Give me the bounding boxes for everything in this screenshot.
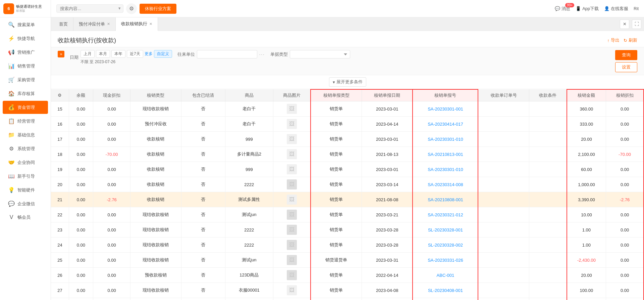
custom-date-btn[interactable]: 自定义	[154, 50, 172, 58]
last-7days-btn[interactable]: 近7天	[127, 50, 143, 58]
td-col-6: 🖼	[273, 177, 311, 192]
td-col-9[interactable]: SA-20230331-026	[413, 253, 478, 268]
sidebar-label: 基础信息	[17, 132, 35, 138]
bill-no-link[interactable]: SA-20210813-001	[428, 152, 463, 157]
industry-btn[interactable]: 休验行业方案	[140, 4, 176, 14]
this-year-btn[interactable]: 本年	[111, 50, 125, 58]
td-col-9[interactable]: SA-20230301-010	[413, 162, 478, 177]
bill-type-select[interactable]	[290, 50, 350, 58]
sidebar-item-新手引导[interactable]: 📖 新手引导	[3, 170, 48, 183]
bill-no-link[interactable]: SL-20230328-002	[428, 243, 463, 248]
logo-icon: 6	[3, 3, 14, 14]
td-col-10	[478, 268, 529, 283]
bill-no-link[interactable]: SA-20230331-026	[428, 258, 463, 263]
td-col-8: 2023-04-14	[362, 117, 413, 132]
sidebar-label: 采购管理	[17, 77, 35, 83]
sidebar-item-销售管理[interactable]: 📊 销售管理	[3, 59, 48, 73]
td-col-11	[529, 253, 567, 268]
message-icon: 💬	[555, 6, 560, 11]
bill-no-link[interactable]: SL-20230408-001	[428, 288, 463, 293]
main-content: ⚙ 休验行业方案 💬 消息 99+ 📱 App下载 👤 在线客服 Rit 首页预…	[51, 0, 644, 300]
this-month-btn[interactable]: 本月	[96, 50, 110, 58]
td-col-9[interactable]: SL-20230418-001	[413, 298, 478, 300]
refresh-btn[interactable]: ↻ 刷新	[624, 37, 637, 43]
sidebar-item-智能硬件[interactable]: 💡 智能硬件	[3, 183, 48, 197]
expand-conditions-btn[interactable]: ▾ 展开更多条件	[329, 77, 366, 87]
bill-no-link[interactable]: SA-20230301-001	[428, 106, 463, 112]
td-col-9[interactable]: SL-20230408-001	[413, 283, 478, 298]
bill-no-link[interactable]: ABC-001	[437, 273, 454, 278]
td-col-9[interactable]: SA-20230321-012	[413, 207, 478, 222]
tab-close-btn[interactable]: ✕	[107, 22, 110, 26]
online-service-btn[interactable]: 👤 在线客服	[604, 6, 628, 12]
td-col-9[interactable]: SA-20230314-008	[413, 177, 478, 192]
td-col-4: 否	[181, 132, 225, 147]
td-col-4: 否	[181, 283, 225, 298]
settings-icon[interactable]: ⚙	[126, 3, 137, 14]
sidebar-item-搜索菜单[interactable]: 🔍 搜索菜单	[3, 18, 48, 31]
td-col-9[interactable]: SL-20230328-001	[413, 222, 478, 238]
td-col-9[interactable]: SA-20230414-017	[413, 117, 478, 132]
td-col-10	[478, 117, 529, 132]
bill-no-link[interactable]: SA-20230321-012	[428, 212, 463, 217]
app-download-btn[interactable]: 📱 App下载	[576, 6, 599, 12]
sidebar-item-企业协同[interactable]: 🤝 企业协同	[3, 156, 48, 169]
tab-首页[interactable]: 首页	[54, 17, 73, 31]
sidebar-item-库存核算[interactable]: 🏠 库存核算	[3, 87, 48, 100]
page-header: 收款核销执行(按收款) ↑ 导出 ↻ 刷新	[51, 31, 644, 47]
date-more-btn[interactable]: 更多	[145, 51, 153, 57]
td-col-9[interactable]: SA-20210813-001	[413, 147, 478, 162]
bill-no-link[interactable]: SA-20230301-010	[428, 167, 463, 172]
sidebar-item-经营管理[interactable]: 📋 经营管理	[3, 115, 48, 128]
filter-settings-btn[interactable]: 设置	[615, 62, 637, 72]
sidebar-item-快捷导航[interactable]: ⚡ 快捷导航	[3, 32, 48, 45]
export-btn[interactable]: ↑ 导出	[607, 37, 620, 43]
th-5: 商品	[225, 89, 273, 101]
bill-no-link[interactable]: SA-20210808-001	[428, 197, 463, 202]
td-col-2: 0.00	[93, 298, 130, 300]
close-tab-btn[interactable]: ✕	[620, 19, 629, 29]
table-row: 220.000.00现结收款核销否测试jun🖼销货单2023-03-21SA-2…	[51, 207, 644, 222]
table-row: 180.00-70.00收款核销否多计量商品2🖼销货单2021-08-13SA-…	[51, 147, 644, 162]
maximize-tab-btn[interactable]: ⛶	[632, 19, 641, 29]
last-month-btn[interactable]: 上月	[80, 50, 95, 58]
bill-no-link[interactable]: SL-20230328-001	[428, 227, 463, 232]
td-col-2: 0.00	[93, 268, 130, 283]
td-col-10	[478, 162, 529, 177]
bill-no-link[interactable]: SA-20230414-017	[428, 122, 463, 127]
sidebar-item-畅会员[interactable]: V 畅会员	[3, 211, 48, 224]
td-col-7: 销货单	[311, 101, 362, 117]
search-input[interactable]	[56, 4, 123, 13]
filter-expand-btn[interactable]: »	[58, 51, 64, 57]
tab-预付冲应付单[interactable]: 预付冲应付单 ✕	[73, 17, 116, 31]
sidebar-item-采购管理[interactable]: 🛒 采购管理	[3, 73, 48, 86]
td-col-13: 0.00	[606, 268, 644, 283]
td-col-3: 收款核销	[130, 132, 181, 147]
td-col-5: 999	[225, 162, 273, 177]
tab-close-btn[interactable]: ✕	[149, 22, 152, 26]
date-label: 日期	[70, 54, 78, 60]
td-col-9[interactable]: SA-20230301-001	[413, 101, 478, 117]
bill-no-link[interactable]: SA-20230301-010	[428, 137, 463, 142]
td-col-9[interactable]: SA-20210808-001	[413, 192, 478, 207]
td-col-9[interactable]: ABC-001	[413, 268, 478, 283]
td-col-2: 0.00	[93, 177, 130, 192]
data-table-wrap: ⚙余额现金折扣核销类型包含已结清商品商品图片核销单报类型核销单报日期核销单报号收…	[51, 89, 644, 300]
unit-input[interactable]	[197, 50, 257, 58]
td-col-8: 2023-03-01	[362, 101, 413, 117]
date-filter: 上月 本月 本年 近7天 更多 自定义 不限 至 2023-07-26	[80, 50, 172, 65]
tab-收款核销执行[interactable]: 收款核销执行 ✕	[116, 17, 158, 31]
sidebar-item-基础信息[interactable]: 📁 基础信息	[3, 128, 48, 141]
td-col-3: 预付冲应收	[130, 117, 181, 132]
td-col-9[interactable]: SL-20230328-002	[413, 238, 478, 253]
td-col-6: 🖼	[273, 253, 311, 268]
td-col-9[interactable]: SA-20230301-010	[413, 132, 478, 147]
sidebar-item-系统管理[interactable]: ⚙ 系统管理	[3, 142, 48, 155]
sidebar-item-营销推广[interactable]: 📢 营销推广	[3, 46, 48, 59]
th-8: 核销单报日期	[362, 89, 413, 101]
message-btn[interactable]: 💬 消息 99+	[555, 6, 570, 12]
query-btn[interactable]: 查询	[615, 50, 637, 60]
sidebar-item-资金管理[interactable]: 💰 资金管理	[3, 101, 48, 114]
bill-no-link[interactable]: SA-20230314-008	[428, 182, 463, 187]
sidebar-item-企业微信[interactable]: 💬 企业微信	[3, 197, 48, 210]
